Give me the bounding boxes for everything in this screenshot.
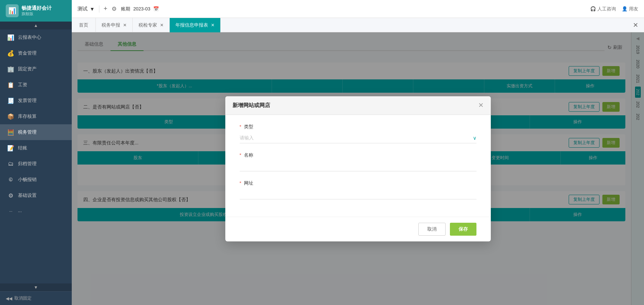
name-input-row [240, 161, 476, 171]
sidebar-item-yunbaobiao-label: 云报表中心 [18, 34, 41, 41]
name-label: 名称 [244, 152, 253, 158]
tab-shuiwushenba-label: 税务申报 [102, 22, 120, 28]
sidebar-scroll-down[interactable]: ▼ [0, 283, 72, 291]
period-display: 账期 2023-03 📅 [121, 6, 159, 12]
name-required-mark: * [240, 152, 241, 158]
sidebar-item-more[interactable]: ··· ··· [0, 203, 72, 219]
sidebar-item-kucun[interactable]: 📦 库存核算 [0, 108, 72, 124]
calendar-icon[interactable]: 📅 [153, 6, 159, 11]
company-name: 测试 [77, 6, 88, 12]
tab-nianbaoshenba-close[interactable]: ✕ [211, 23, 215, 28]
sidebar-item-kucun-label: 库存核算 [18, 113, 37, 120]
consult-icon: 🎧 [590, 6, 596, 11]
sidebar-item-xiaopaobao[interactable]: © 小畅报销 [0, 172, 72, 188]
tab-nianbaoshenba[interactable]: 年报信息申报表 ✕ [170, 18, 221, 32]
company-dropdown-icon: ▼ [90, 6, 95, 12]
dialog-title: 新增网站或网店 [232, 102, 270, 109]
add-company-button[interactable]: + [104, 5, 108, 13]
company-selector[interactable]: 测试 ▼ [77, 6, 95, 12]
sidebar-item-jichushezhi[interactable]: ⚙ 基础设置 [0, 188, 72, 203]
dialog-close-button[interactable]: ✕ [478, 102, 484, 108]
dialog-overlay: 新增网站或网店 ✕ * 类型 ∨ [72, 32, 644, 305]
zijin-icon: 💰 [7, 50, 14, 57]
dialog-footer: 取消 保存 [225, 217, 491, 241]
dialog-header: 新增网站或网店 ✕ [225, 96, 491, 115]
topbar-divider-1 [99, 5, 99, 13]
type-dropdown-icon[interactable]: ∨ [473, 135, 476, 141]
type-label: 类型 [244, 124, 253, 129]
sidebar-item-yunbaobiao[interactable]: 📊 云报表中心 [0, 29, 72, 45]
sidebar-item-guidang[interactable]: 🗂 归档管理 [0, 156, 72, 172]
guidang-icon: 🗂 [7, 160, 14, 167]
tab-shujianzhijia-close[interactable]: ✕ [160, 23, 164, 28]
content-area: 基础信息 其他信息 ↻ 刷新 一、股东（发起人）出资情况【否】 [72, 32, 644, 305]
settings-button[interactable]: ⚙ [112, 5, 117, 12]
sidebar-footer[interactable]: ◀◀ 取消固定 [0, 291, 72, 305]
type-input-row: ∨ [240, 133, 476, 143]
sidebar-item-jichushezhi-label: 基础设置 [18, 192, 37, 199]
sidebar-footer-label: 取消固定 [14, 295, 32, 301]
user-icon: 👤 [622, 6, 627, 11]
topbar-right: 🎧 人工咨询 👤 用友 [590, 6, 638, 12]
save-button[interactable]: 保存 [450, 223, 476, 236]
gudingzichan-icon: 🏢 [7, 65, 14, 73]
tabs-bar: 首页 税务申报 ✕ 税检专家 ✕ 年报信息申报表 ✕ ✕ [72, 18, 644, 32]
consult-button[interactable]: 🎧 人工咨询 [590, 6, 616, 12]
pin-icon: ◀◀ [6, 296, 12, 301]
sidebar-item-fapiao[interactable]: 🧾 发票管理 [0, 93, 72, 108]
url-input[interactable] [240, 191, 476, 197]
logo-icon: 📊 [6, 4, 19, 17]
period-value: 2023-03 [133, 6, 150, 11]
sidebar-nav: 📊 云报表中心 💰 资金管理 🏢 固定资产 📋 工资 🧾 发票管理 📦 [0, 29, 72, 283]
tab-shujianzhijia[interactable]: 税检专家 ✕ [133, 18, 170, 32]
logo-sub: 旗舰版 [22, 11, 52, 17]
type-input[interactable] [240, 135, 473, 140]
fapiao-icon: 🧾 [7, 97, 14, 104]
sidebar-scroll-up[interactable]: ▲ [0, 22, 72, 29]
cancel-button[interactable]: 取消 [418, 223, 446, 236]
jiezhang-icon: 📝 [7, 144, 14, 152]
shuiwu-icon: 🧮 [7, 129, 14, 136]
logo-name: 畅捷通好会计 [22, 5, 52, 11]
tab-home[interactable]: 首页 [72, 18, 96, 32]
sidebar-item-gudingzichan[interactable]: 🏢 固定资产 [0, 61, 72, 77]
consult-label: 人工咨询 [597, 6, 616, 12]
sidebar-item-shuiwu[interactable]: 🧮 税务管理 [0, 124, 72, 140]
tab-shujianzhijia-label: 税检专家 [138, 22, 157, 28]
sidebar-item-jiezhang[interactable]: 📝 结账 [0, 140, 72, 156]
user-menu[interactable]: 👤 用友 [622, 6, 638, 12]
type-required-mark: * [240, 124, 241, 129]
kucun-icon: 📦 [7, 113, 14, 120]
name-input[interactable] [240, 163, 476, 169]
jichushezhi-icon: ⚙ [7, 192, 14, 199]
sidebar-logo: 📊 畅捷通好会计 旗舰版 [0, 0, 72, 22]
form-field-url: * 网址 [240, 180, 476, 199]
topbar: 测试 ▼ + ⚙ 账期 2023-03 📅 🎧 人工咨询 👤 用友 [72, 0, 644, 18]
tab-home-label: 首页 [79, 22, 88, 28]
sidebar-item-zijin-label: 资金管理 [18, 50, 37, 56]
sidebar-item-jiezhang-label: 结账 [18, 145, 27, 151]
tab-shuiwushenba[interactable]: 税务申报 ✕ [96, 18, 133, 32]
xiaopaobao-icon: © [7, 176, 14, 183]
user-label: 用友 [629, 6, 638, 12]
sidebar-item-gudingzichan-label: 固定资产 [18, 66, 37, 72]
sidebar-item-more-label: ··· [18, 209, 22, 214]
form-field-name: * 名称 [240, 152, 476, 171]
tab-nianbaoshenba-label: 年报信息申报表 [175, 22, 208, 28]
sidebar-item-gongzi[interactable]: 📋 工资 [0, 77, 72, 93]
more-icon: ··· [7, 208, 14, 215]
sidebar-item-shuiwu-label: 税务管理 [18, 129, 37, 135]
main-area: 测试 ▼ + ⚙ 账期 2023-03 📅 🎧 人工咨询 👤 用友 [72, 0, 644, 305]
tab-shuiwushenba-close[interactable]: ✕ [123, 23, 127, 28]
sidebar: 📊 畅捷通好会计 旗舰版 ▲ 📊 云报表中心 💰 资金管理 🏢 固定资产 📋 [0, 0, 72, 305]
url-label: 网址 [244, 180, 253, 186]
url-input-row [240, 189, 476, 199]
window-close-button[interactable]: ✕ [627, 21, 644, 29]
period-label: 账期 [121, 6, 130, 12]
sidebar-item-gongzi-label: 工资 [18, 82, 27, 88]
add-website-dialog: 新增网站或网店 ✕ * 类型 ∨ [225, 96, 491, 241]
form-field-type: * 类型 ∨ [240, 124, 476, 143]
sidebar-item-guidang-label: 归档管理 [18, 161, 37, 167]
sidebar-item-zijin[interactable]: 💰 资金管理 [0, 45, 72, 61]
dialog-body: * 类型 ∨ * 名称 [225, 115, 491, 217]
